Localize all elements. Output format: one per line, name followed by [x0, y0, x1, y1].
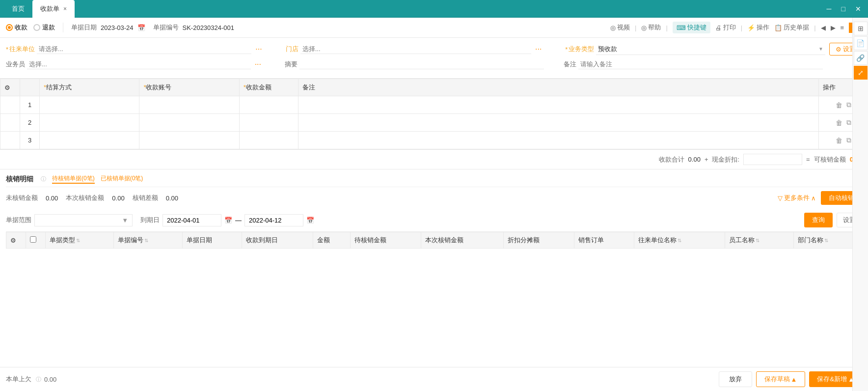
date-to-input[interactable] — [244, 214, 303, 226]
row3-remark[interactable] — [298, 132, 818, 149]
date-range-separator: — — [235, 217, 242, 224]
bottom-info: 本单上欠 ⓘ 0.00 — [6, 375, 56, 384]
row1-amount[interactable] — [239, 96, 298, 114]
settlement-col-header: *结算方式 — [40, 79, 139, 96]
sidebar-document-icon[interactable]: 📄 — [854, 36, 868, 50]
date-from-input[interactable] — [163, 214, 221, 226]
discount-input[interactable] — [743, 154, 802, 165]
sidebar-link-icon[interactable]: 🔗 — [854, 51, 868, 65]
row2-copy-btn[interactable]: ⧉ — [845, 117, 852, 128]
customer-field: * 往来单位 ··· — [6, 44, 266, 54]
table-row: 2 🗑 ⧉ — [0, 114, 868, 132]
row3-delete-btn[interactable]: 🗑 — [835, 135, 843, 145]
win-close-btn[interactable]: ✕ — [852, 4, 864, 14]
detail-settings-header[interactable]: ⚙ — [6, 232, 26, 249]
sidebar-expand-icon[interactable]: ⤢ — [854, 66, 868, 80]
number-label: 单据编号 — [153, 23, 179, 32]
receipt-radio-item[interactable]: 收款 — [6, 23, 27, 32]
biz-type-select[interactable]: 预收款 ▼ — [596, 44, 825, 55]
save-draft-button[interactable]: 保存草稿 ▲ — [756, 371, 806, 387]
row1-remark[interactable] — [298, 96, 818, 114]
amount-col-header: *收款金额 — [239, 79, 298, 96]
writeoff-info-icon[interactable]: ⓘ — [41, 175, 46, 183]
biz-type-field: * 业务类型 预收款 ▼ — [565, 44, 825, 55]
row1-settlement[interactable] — [40, 96, 139, 114]
refund-radio-item[interactable]: 退款 — [33, 23, 55, 32]
shortcut-item[interactable]: ⌨ 快捷键 — [673, 22, 710, 33]
stat-unpaid-label: 未核销金额 — [6, 194, 38, 202]
operation-item[interactable]: ⚡ 操作 — [747, 23, 769, 32]
form-row-2: 业务员 ··· 摘要 备注 — [6, 59, 862, 69]
remark-field: 备注 — [564, 59, 823, 69]
discard-button[interactable]: 放弃 — [719, 371, 752, 387]
sort-icon: ⇅ — [678, 238, 681, 243]
customer-more-icon[interactable]: ··· — [251, 45, 266, 54]
toolbar-number-info: 单据编号 SK-20230324-001 — [153, 23, 235, 32]
row2-delete-btn[interactable]: 🗑 — [835, 117, 843, 128]
form-row-1: * 往来单位 ··· 门店 ··· * 业务类型 预收款 ▼ — [6, 43, 862, 56]
stat-diff-label: 核销差额 — [133, 194, 158, 202]
detail-discount-header: 折扣分摊额 — [503, 232, 574, 249]
staff-label: 业务员 — [6, 60, 25, 69]
sidebar-table-icon[interactable]: ⊞ — [854, 22, 868, 35]
tab-close-icon[interactable]: × — [63, 5, 67, 12]
row1-delete-btn[interactable]: 🗑 — [835, 100, 843, 110]
store-input[interactable] — [300, 44, 531, 54]
refund-radio-dot — [33, 24, 40, 31]
row2-remark[interactable] — [298, 114, 818, 132]
staff-input[interactable] — [27, 59, 251, 69]
select-all-checkbox[interactable] — [30, 236, 36, 243]
list-view-icon[interactable]: ≡ — [841, 24, 844, 31]
calendar-icon[interactable]: 📅 — [137, 24, 145, 31]
row3-account[interactable] — [139, 132, 239, 149]
row2-account[interactable] — [139, 114, 239, 132]
range-select[interactable]: ▼ — [34, 214, 133, 226]
video-item[interactable]: ◎ 视频 — [610, 23, 630, 32]
customer-label: 往来单位 — [9, 45, 35, 54]
detail-table-header: ⚙ 单据类型⇅ 单据编号⇅ 单据日期 收款到期日 金额 待核销金额 本次核销金额… — [6, 232, 862, 249]
detail-table: ⚙ 单据类型⇅ 单据编号⇅ 单据日期 收款到期日 金额 待核销金额 本次核销金额… — [6, 232, 862, 249]
back-nav[interactable]: ◀ — [821, 24, 826, 31]
table-row: 1 🗑 ⧉ — [0, 96, 868, 114]
biz-required-star: * — [565, 46, 568, 53]
calendar-from-icon[interactable]: 📅 — [224, 217, 232, 224]
calendar-to-icon[interactable]: 📅 — [306, 217, 314, 224]
store-label: 门店 — [286, 45, 298, 54]
tab-done[interactable]: 已核销单据(0笔) — [101, 174, 143, 184]
query-btn[interactable]: 查询 — [804, 213, 833, 227]
row1-account[interactable] — [139, 96, 239, 114]
customer-input[interactable] — [37, 44, 251, 54]
table-settings-icon[interactable]: ⚙ — [4, 84, 10, 91]
help-item[interactable]: ◎ 帮助 — [641, 23, 661, 32]
biz-type-arrow-icon: ▼ — [818, 46, 823, 52]
tab-home[interactable]: 首页 — [4, 0, 32, 18]
history-item[interactable]: 📋 历史单据 — [774, 23, 809, 32]
customer-required-star: * — [6, 46, 8, 53]
settings-col-header[interactable]: ⚙ — [0, 79, 20, 96]
store-more-icon[interactable]: ··· — [531, 45, 545, 54]
tab-receipt[interactable]: 收款单 × — [32, 0, 75, 18]
staff-more-icon[interactable]: ··· — [251, 60, 265, 69]
summary-input[interactable] — [299, 59, 544, 69]
bottom-info-icon[interactable]: ⓘ — [36, 376, 41, 383]
tab-pending[interactable]: 待核销单据(0笔) — [52, 174, 95, 184]
range-label: 单据范围 — [6, 216, 31, 224]
detail-checkbox-header[interactable] — [26, 232, 46, 249]
row3-num: 3 — [20, 132, 40, 149]
row2-settlement[interactable] — [40, 114, 139, 132]
row2-amount[interactable] — [239, 114, 298, 132]
biz-type-label: 业务类型 — [569, 45, 594, 54]
row3-settlement[interactable] — [40, 132, 139, 149]
win-minimize-btn[interactable]: ─ — [824, 4, 835, 14]
row1-copy-btn[interactable]: ⧉ — [845, 100, 852, 110]
row3-copy-btn[interactable]: ⧉ — [845, 135, 852, 145]
detail-gear-icon[interactable]: ⚙ — [10, 237, 16, 244]
toolbar-divider — [63, 23, 63, 32]
forward-nav[interactable]: ▶ — [831, 24, 836, 31]
row3-amount[interactable] — [239, 132, 298, 149]
more-conditions-btn[interactable]: ▽ 更多条件 ∧ — [778, 194, 816, 202]
row2-num: 2 — [20, 114, 40, 132]
remark-input[interactable] — [578, 59, 823, 69]
print-item[interactable]: 🖨 打印 — [715, 23, 736, 32]
win-maximize-btn[interactable]: □ — [839, 4, 848, 14]
